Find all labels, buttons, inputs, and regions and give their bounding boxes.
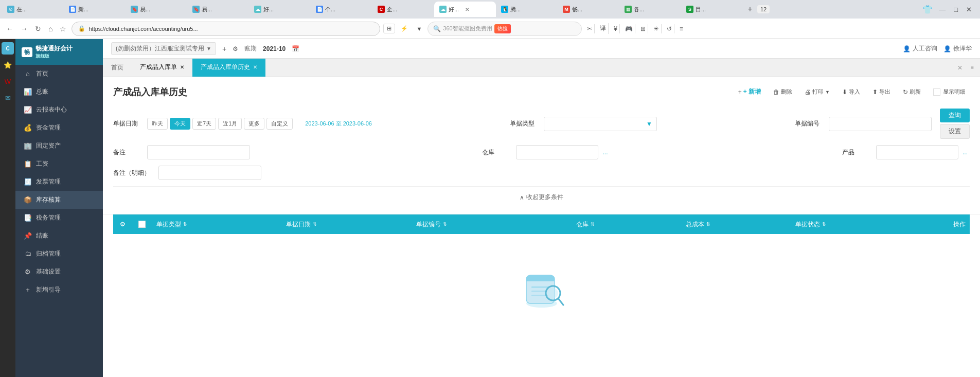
date-btn-1month[interactable]: 近1月 (218, 118, 242, 130)
browser-tab-11[interactable]: ▦ 各... (619, 2, 681, 17)
user-profile-button[interactable]: 👤 徐泽华 (943, 44, 972, 53)
doc-number-input[interactable] (829, 117, 932, 131)
consult-button[interactable]: 👤 人工咨询 (903, 44, 937, 53)
date-btn-yesterday[interactable]: 昨天 (147, 118, 168, 130)
product-input[interactable] (876, 145, 958, 159)
expand-icon[interactable]: ▼ (414, 25, 424, 33)
grid2-icon[interactable]: ⊞ (638, 24, 648, 33)
refresh-button[interactable]: ↻ (33, 23, 43, 35)
sidebar-item-general-ledger[interactable]: 📊 总账 (15, 83, 103, 101)
date-btn-today[interactable]: 今天 (170, 118, 190, 130)
browser-tab-9[interactable]: 🐧 腾... (496, 2, 558, 17)
tab-current-page[interactable]: 产成品入库单历史 ✕ (192, 59, 265, 77)
more-tabs-icon[interactable]: ≡ (971, 65, 980, 70)
sidebar-item-payroll[interactable]: 📋 工资 (15, 155, 103, 173)
undo-icon[interactable]: ↺ (665, 24, 674, 33)
browser-tab-1[interactable]: ⊙ 在... (2, 2, 64, 17)
date-btn-custom[interactable]: 自定义 (266, 118, 293, 130)
lightning-icon[interactable]: ⚡ (398, 24, 411, 33)
collapse-button[interactable]: ∧ 收起更多条件 (515, 191, 567, 204)
sidebar-item-invoice[interactable]: 🧾 发票管理 (15, 173, 103, 191)
warehouse-input[interactable] (516, 145, 598, 159)
home-button[interactable]: ⌂ (46, 23, 55, 35)
delete-button[interactable]: 🗑 删除 (769, 86, 796, 98)
sidebar-item-cloud-report[interactable]: 📈 云报表中心 (15, 101, 103, 119)
remark-input[interactable] (147, 145, 250, 159)
scissors-icon[interactable]: ✂ (585, 24, 595, 33)
tab-close-8[interactable]: ✕ (463, 5, 471, 13)
query-button[interactable]: 查询 (940, 109, 970, 122)
toggle-detail-button[interactable]: 显示明细 (929, 86, 970, 98)
breadcrumb-home[interactable]: 首页 (103, 59, 132, 76)
import-button[interactable]: ⬇ 导入 (838, 86, 864, 98)
minimize-button[interactable]: — (937, 6, 948, 13)
parent-tab-close[interactable]: ✕ (180, 64, 184, 70)
sidebar-item-tax[interactable]: 📑 税务管理 (15, 209, 103, 227)
brand-icon[interactable]: C (2, 42, 14, 55)
sidebar-item-settlement[interactable]: 📌 结账 (15, 227, 103, 245)
forward-button[interactable]: → (19, 23, 30, 35)
product-dots-button[interactable]: ... (960, 149, 970, 156)
sidebar-item-fund[interactable]: 💰 资金管理 (15, 119, 103, 137)
table-select-all[interactable] (132, 221, 152, 228)
company-settings-icon[interactable]: ⚙ (233, 45, 238, 52)
print-button[interactable]: 🖨 打印 ▼ (800, 86, 834, 98)
th-warehouse[interactable]: 仓库 ⇅ (572, 220, 682, 229)
sidebar-item-settings[interactable]: ⚙ 基础设置 (15, 263, 103, 281)
browser-tab-12[interactable]: S 目... (681, 2, 743, 17)
browser-tab-2[interactable]: 📄 新... (64, 2, 126, 17)
game-icon[interactable]: 🎮 (623, 24, 635, 33)
menu-icon[interactable]: ≡ (678, 24, 685, 33)
maximize-button[interactable]: □ (952, 6, 960, 13)
browser-tab-8[interactable]: ☁ 好... ✕ (434, 2, 496, 17)
select-all-checkbox[interactable] (138, 221, 146, 228)
export-icon: ⬆ (872, 88, 878, 96)
calendar-icon[interactable]: 📅 (292, 45, 299, 52)
search-area[interactable]: 🔍 360智能抠图免费用 热搜 (427, 22, 582, 36)
company-selector[interactable]: (勿删勿禁用）江西服宝测试专用 ▼ (111, 42, 216, 55)
add-button[interactable]: + + 新增 (734, 85, 765, 98)
add-company-button[interactable]: + (222, 45, 226, 53)
browser-tab-4[interactable]: 🔖 易... (187, 2, 249, 17)
th-doc-number[interactable]: 单据编号 ⇅ (412, 220, 572, 229)
refresh-button[interactable]: ↻ 刷新 (899, 86, 925, 98)
date-btn-7days[interactable]: 近7天 (192, 118, 216, 130)
current-tab-close[interactable]: ✕ (253, 64, 257, 70)
remark-detail-input[interactable] (158, 166, 261, 180)
warehouse-dots-button[interactable]: ... (600, 149, 610, 156)
new-tab-button[interactable]: + (743, 2, 757, 16)
sidebar-item-fixed-assets[interactable]: 🏢 固定资产 (15, 137, 103, 155)
sidebar-item-new[interactable]: + 新增引导 (15, 281, 103, 299)
tab-label-7: 企... (387, 6, 397, 13)
doc-type-select[interactable]: ▼ (544, 117, 657, 131)
bookmark-button[interactable]: ☆ (58, 23, 68, 35)
browser-tab-6[interactable]: 📄 个... (311, 2, 372, 17)
settings-button[interactable]: 设置 (940, 124, 970, 139)
star-icon[interactable]: ⭐ (2, 59, 14, 71)
close-all-icon[interactable]: ✕ (957, 64, 971, 71)
sidebar-item-home[interactable]: ⌂ 首页 (15, 65, 103, 83)
translate-icon[interactable]: 译 (598, 23, 609, 34)
browser-tab-10[interactable]: M 畅... (558, 2, 619, 17)
weibo-icon[interactable]: W (2, 75, 14, 87)
browser-tab-5[interactable]: ☁ 好... (249, 2, 311, 17)
browser-tab-7[interactable]: C 企... (372, 2, 434, 17)
mail-icon[interactable]: ✉ (2, 92, 14, 104)
sun-icon[interactable]: ☀ (651, 24, 662, 33)
sidebar-item-archive[interactable]: 🗂 归档管理 (15, 245, 103, 263)
back-button[interactable]: ← (4, 23, 15, 35)
tab-parent-page[interactable]: 产成品入库单 ✕ (132, 59, 192, 77)
grid-icon[interactable]: ⊞ (383, 24, 395, 33)
export-button[interactable]: ⬆ 导出 (868, 86, 895, 98)
close-button[interactable]: ✕ (964, 6, 974, 13)
date-btn-more[interactable]: 更多 (244, 118, 264, 130)
url-input[interactable]: 🔒 https://cloud.chanjet.com/accounting/u… (72, 22, 380, 36)
th-doc-type[interactable]: 单据类型 ⇅ (152, 220, 282, 229)
th-total-cost[interactable]: 总成本 ⇅ (682, 220, 791, 229)
yuan-icon[interactable]: ¥ (612, 24, 620, 33)
browser-tab-3[interactable]: 🔖 易... (126, 2, 187, 17)
table-settings-icon[interactable]: ⚙ (113, 221, 132, 228)
th-doc-date[interactable]: 单据日期 ⇅ (282, 220, 412, 229)
sidebar-item-inventory[interactable]: 📦 库存核算 (15, 191, 103, 209)
th-doc-status[interactable]: 单据状态 ⇅ (791, 220, 901, 229)
